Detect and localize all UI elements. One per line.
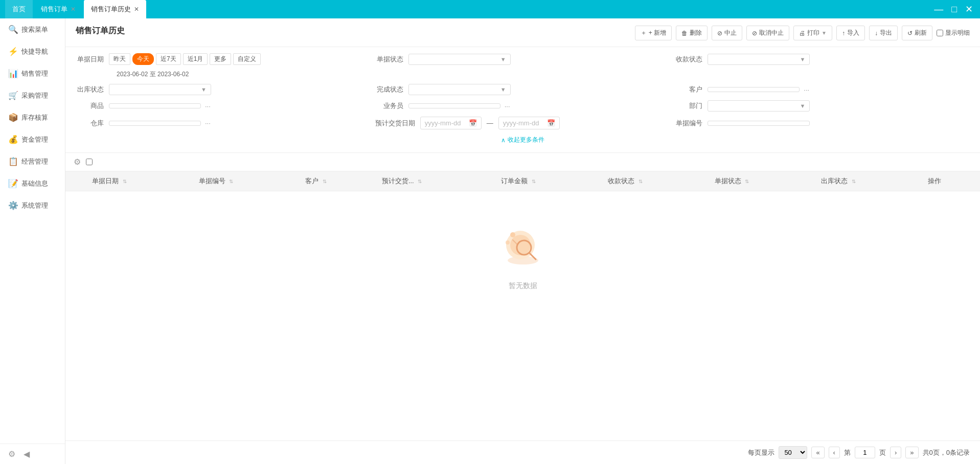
import-button[interactable]: ↑ 导入 <box>836 26 865 40</box>
th-order-status[interactable]: 单据状态 ⇅ <box>709 171 815 191</box>
filter-delivery-date-end[interactable]: yyyy-mm-dd 📅 <box>498 117 560 129</box>
filter-date: 单据日期 昨天 今天 近7天 近1月 更多 自定义 <box>76 53 371 65</box>
sidebar-item-system-mgmt[interactable]: ⚙️ 系统管理 <box>0 194 65 216</box>
filter-payment-status-select[interactable]: ▼ <box>708 54 810 65</box>
th-delivery-status[interactable]: 出库状态 ⇅ <box>815 171 922 191</box>
calendar-start-icon: 📅 <box>469 119 477 127</box>
prev-page-button[interactable]: ‹ <box>829 447 840 458</box>
sidebar-item-purchase-mgmt-label: 采购管理 <box>21 91 48 100</box>
display-detail-checkbox[interactable] <box>937 30 943 36</box>
search-menu-icon: 🔍 <box>8 25 17 34</box>
th-payment-status-label: 收款状态 <box>608 177 634 185</box>
purchase-mgmt-icon: 🛒 <box>8 91 17 100</box>
sidebar-item-inventory[interactable]: 📦 库存核算 <box>0 106 65 128</box>
base-info-icon: 📝 <box>8 179 17 188</box>
close-button[interactable]: ✕ <box>963 2 975 17</box>
tab-home[interactable]: 首页 <box>5 0 33 18</box>
th-customer[interactable]: 客户 ⇅ <box>299 171 375 191</box>
sidebar-item-search-menu[interactable]: 🔍 搜索菜单 <box>0 18 65 40</box>
tab-sales-order-close[interactable]: ✕ <box>71 6 76 13</box>
th-order-amount-label: 订单金额 <box>501 177 528 185</box>
sidebar-item-quick-nav[interactable]: ⚡ 快捷导航 <box>0 40 65 62</box>
th-order-amount-sort-icon: ⇅ <box>532 179 536 184</box>
table-settings-icon[interactable]: ⚙ <box>74 157 81 167</box>
sidebar-item-sales-mgmt[interactable]: 📊 销售管理 <box>0 62 65 84</box>
display-detail-label: 显示明细 <box>945 29 970 37</box>
date-btn-7days[interactable]: 近7天 <box>156 53 181 65</box>
tab-sales-order-history[interactable]: 销售订单历史 ✕ <box>84 0 146 18</box>
filter-date-btns: 昨天 今天 近7天 近1月 更多 自定义 <box>109 53 261 65</box>
refresh-button[interactable]: ↺ 刷新 <box>902 26 932 40</box>
stop-label: 中止 <box>724 29 737 37</box>
filter-salesperson-input[interactable] <box>408 103 500 108</box>
last-page-button[interactable]: » <box>905 447 918 458</box>
tab-sales-order-history-close[interactable]: ✕ <box>134 6 139 13</box>
delivery-status-arrow-icon: ▼ <box>201 86 207 93</box>
page-size-select[interactable]: 50 10 20 100 <box>779 446 807 459</box>
warehouse-ellipsis-icon[interactable]: ··· <box>205 119 211 127</box>
filter-warehouse: 仓库 ··· <box>76 119 371 128</box>
cancel-stop-button[interactable]: ⊘ 取消中止 <box>746 26 789 40</box>
tab-sales-order-label: 销售订单 <box>41 5 67 14</box>
filter-complete-status-select[interactable]: ▼ <box>408 84 511 95</box>
sidebar-item-base-info[interactable]: 📝 基础信息 <box>0 172 65 194</box>
stop-button[interactable]: ⊘ 中止 <box>712 26 742 40</box>
display-detail-checkbox-label[interactable]: 显示明细 <box>937 29 970 37</box>
filter-delivery-status-control: ▼ <box>109 84 371 95</box>
filter-order-number-input[interactable] <box>708 121 810 126</box>
customer-ellipsis-icon[interactable]: ··· <box>804 86 809 94</box>
filter-product-input[interactable] <box>109 103 201 108</box>
sidebar-collapse-icon[interactable]: ◀ <box>24 449 30 459</box>
sidebar-item-purchase-mgmt[interactable]: 🛒 采购管理 <box>0 84 65 106</box>
maximize-button[interactable]: □ <box>949 2 959 17</box>
sidebar-item-operations[interactable]: 📋 经营管理 <box>0 150 65 172</box>
top-bar: 首页 销售订单 ✕ 销售订单历史 ✕ — □ ✕ <box>0 0 980 18</box>
filter-warehouse-input[interactable] <box>109 121 201 126</box>
next-page-button[interactable]: › <box>890 447 901 458</box>
date-btn-today[interactable]: 今天 <box>132 53 154 65</box>
minimize-button[interactable]: — <box>932 2 945 17</box>
th-checkbox <box>65 171 86 191</box>
date-btn-more[interactable]: 更多 <box>210 53 231 65</box>
delivery-date-start-value: yyyy-mm-dd <box>425 119 461 127</box>
date-btn-custom[interactable]: 自定义 <box>233 53 261 65</box>
first-page-button[interactable]: « <box>811 447 824 458</box>
date-btn-1month[interactable]: 近1月 <box>183 53 208 65</box>
filter-delivery-date-label: 预计交货日期 <box>375 119 420 128</box>
th-date[interactable]: 单据日期 ⇅ <box>86 171 193 191</box>
current-page-input[interactable] <box>855 447 875 458</box>
print-button[interactable]: 🖨 打印 ▼ <box>793 26 832 40</box>
delete-button[interactable]: 🗑 删除 <box>676 26 708 40</box>
page-unit-label: 页 <box>879 448 886 457</box>
product-ellipsis-icon[interactable]: ··· <box>205 102 211 110</box>
complete-status-arrow-icon: ▼ <box>500 86 506 93</box>
filter-delivery-date-start[interactable]: yyyy-mm-dd 📅 <box>420 117 482 129</box>
filter-date-control: 昨天 今天 近7天 近1月 更多 自定义 <box>109 53 371 65</box>
pagination: 每页显示 50 10 20 100 « ‹ 第 页 › » 共0页，0条记录 <box>65 440 980 464</box>
th-order-amount[interactable]: 订单金额 ⇅ <box>495 171 602 191</box>
select-all-checkbox[interactable] <box>86 159 93 165</box>
filter-product: 商品 ··· <box>76 101 371 111</box>
collapse-filter-button[interactable]: ∧ 收起更多条件 <box>76 134 970 146</box>
add-button[interactable]: ＋ + 新增 <box>635 26 672 40</box>
th-expected-delivery[interactable]: 预计交货... ⇅ <box>376 171 495 191</box>
th-number[interactable]: 单据编号 ⇅ <box>193 171 300 191</box>
stop-icon: ⊘ <box>717 30 722 37</box>
th-payment-status[interactable]: 收款状态 ⇅ <box>602 171 709 191</box>
filter-department-select[interactable]: ▼ <box>708 100 810 112</box>
date-btn-yesterday[interactable]: 昨天 <box>109 53 130 65</box>
add-label: + 新增 <box>649 29 666 37</box>
filter-customer-input[interactable] <box>708 87 800 92</box>
date-range-display: 2023-06-02 至 2023-06-02 <box>117 71 189 78</box>
salesperson-ellipsis-icon[interactable]: ··· <box>505 102 510 110</box>
tabs: 首页 销售订单 ✕ 销售订单历史 ✕ <box>5 0 146 18</box>
refresh-icon: ↺ <box>907 30 913 37</box>
sidebar-item-finance[interactable]: 💰 资金管理 <box>0 128 65 150</box>
sidebar-bottom: ⚙ ◀ <box>0 444 65 464</box>
sidebar-item-quick-nav-label: 快捷导航 <box>21 47 48 56</box>
tab-sales-order[interactable]: 销售订单 ✕ <box>34 0 83 18</box>
filter-delivery-status-select[interactable]: ▼ <box>109 84 211 95</box>
filter-order-status-select[interactable]: ▼ <box>408 54 511 65</box>
sidebar-settings-icon[interactable]: ⚙ <box>8 449 15 459</box>
export-button[interactable]: ↓ 导出 <box>869 26 898 40</box>
